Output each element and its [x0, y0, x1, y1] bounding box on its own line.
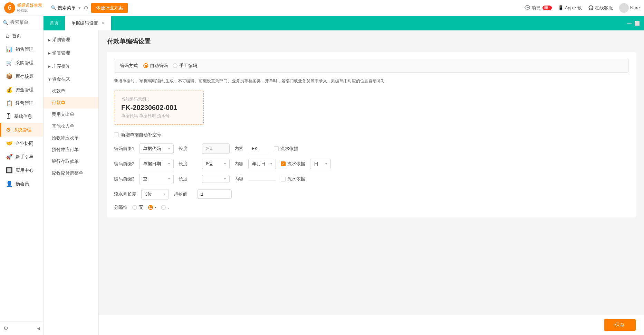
tab-close-icon[interactable]: ✕	[102, 21, 105, 26]
sidebar-item-sales[interactable]: 📊 销售管理	[0, 43, 43, 56]
sub-menu-item-payment[interactable]: 付款单	[44, 97, 98, 109]
field-select-2[interactable]: 单据日期 ▾	[139, 159, 174, 169]
sidebar-item-management[interactable]: 📋 经营管理	[0, 96, 43, 110]
sep-dash-radio-dot	[150, 206, 152, 208]
sub-menu-item-bank[interactable]: 银行存取款单	[44, 156, 98, 167]
collapse-icon[interactable]: ◂	[37, 325, 40, 332]
auto-encode-radio-circle	[143, 63, 148, 68]
example-code: FK-20230602-001	[121, 104, 196, 112]
length-select-3[interactable]: ▾	[202, 175, 230, 183]
field-select-2-value: 单据日期	[143, 161, 161, 167]
waterfall-checkbox-3[interactable]	[281, 177, 286, 182]
topbar-search-area[interactable]: 🔍 搜索菜单	[51, 5, 76, 11]
tab-encoding-label: 单据编码设置	[71, 20, 98, 26]
sidebar-item-system[interactable]: ⚙ 系统管理	[0, 123, 43, 137]
sep-radio-dot[interactable]: .	[161, 205, 169, 210]
sidebar-item-label: 新手引导	[16, 154, 33, 160]
sub-menu-title-capital[interactable]: ▾ 资金往来	[44, 73, 98, 85]
auto-encode-radio[interactable]: 自动编码	[143, 63, 168, 69]
chevron-down-icon: ▾	[224, 177, 226, 181]
chevron-down-icon: ▾	[168, 147, 170, 150]
brand-btn[interactable]: 体验行业方案	[91, 3, 128, 13]
sidebar-item-coop[interactable]: 🤝 企业协同	[0, 137, 43, 150]
sub-menu-item-expense[interactable]: 费用支出单	[44, 109, 98, 120]
gear-icon[interactable]: ⚙	[84, 4, 88, 11]
arrow-right-icon: ▸	[48, 50, 51, 56]
sidebar-item-label: 应用中心	[16, 167, 33, 174]
msg-btn[interactable]: 💬 消息 99+	[525, 5, 552, 11]
sidebar-item-base[interactable]: 🗄 基础信息	[0, 110, 43, 123]
sub-menu-group-label: 采购管理	[52, 37, 70, 43]
content-select-2[interactable]: 年月日 ▾	[248, 159, 276, 169]
online-service-btn[interactable]: 🎧 在线客服	[588, 5, 613, 11]
sub-menu-item-prepay-recv[interactable]: 预收冲应收单	[44, 132, 98, 144]
sep-radio-none[interactable]: 无	[132, 204, 143, 211]
auto-fill-checkbox-row: 新增单据自动补空号	[114, 132, 629, 138]
sidebar-item-home[interactable]: ⌂ 首页	[0, 29, 43, 43]
sub-menu-item-adjust[interactable]: 应收应付调整单	[44, 167, 98, 179]
sub-menu-title-purchase[interactable]: ▸ 采购管理	[44, 34, 98, 46]
search-menu-label: 搜索菜单	[58, 5, 76, 11]
sidebar-item-apps[interactable]: 🔲 应用中心	[0, 164, 43, 177]
waterfall-unit-select-2[interactable]: 日 ▾	[310, 159, 331, 169]
waterfall-label-2: 流水依据	[287, 161, 305, 167]
serial-length-value: 3位	[145, 191, 152, 197]
save-bar: 保存	[99, 315, 644, 335]
arrow-right-icon: ▸	[48, 64, 51, 69]
sidebar-item-inventory[interactable]: 📦 库存核算	[0, 69, 43, 83]
encoding-method-row: 编码方式 自动编码 手工编码	[114, 59, 629, 73]
notice-text: 新增单据时，'单据编码'自动生成，不可编辑。前缀设置为部门、业务员等档案类，开单…	[114, 77, 629, 85]
online-service-label: 在线客服	[595, 5, 613, 11]
sep-dot-radio-circle	[161, 205, 166, 210]
sidebar-item-guide[interactable]: 🚀 新手引导	[0, 150, 43, 164]
sub-menu-title-inventory[interactable]: ▸ 库存核算	[44, 60, 98, 72]
save-button[interactable]: 保存	[604, 319, 636, 331]
tab-bar: 首页 单据编码设置 ✕ — ⬜	[44, 16, 644, 30]
app-download-btn[interactable]: 📱 App下载	[558, 5, 582, 11]
auto-fill-label: 新增单据自动补空号	[121, 132, 161, 138]
sub-menu-item-other-income[interactable]: 其他收入单	[44, 120, 98, 132]
user-area[interactable]: Nare	[619, 3, 640, 13]
sidebar-item-label: 库存核算	[16, 73, 33, 80]
chevron-down-icon: ▾	[168, 177, 170, 181]
tab-maximize-icon[interactable]: ⬜	[634, 21, 640, 26]
sub-menu-title-sales[interactable]: ▸ 销售管理	[44, 47, 98, 59]
encoding-card: 编码方式 自动编码 手工编码	[107, 52, 636, 217]
sub-menu-item-receipt[interactable]: 收款单	[44, 85, 98, 97]
sidebar-item-label: 畅会员	[16, 181, 29, 187]
auto-fill-checkbox[interactable]	[114, 132, 119, 137]
waterfall-checkbox-1[interactable]	[274, 146, 279, 151]
sidebar-item-finance[interactable]: 💰 资金管理	[0, 83, 43, 96]
length-select-2-value: 8位	[206, 161, 213, 167]
sub-menu-item-prepay-pay[interactable]: 预付冲应付单	[44, 144, 98, 156]
sub-menu-group-label: 销售管理	[52, 50, 70, 56]
chevron-down-icon: ▾	[78, 5, 81, 10]
avatar	[619, 3, 629, 13]
sep-radio-dash[interactable]: -	[148, 205, 156, 210]
coop-icon: 🤝	[6, 140, 13, 147]
manual-encode-radio-circle	[173, 63, 177, 68]
start-value-input[interactable]	[197, 189, 232, 199]
tab-encoding[interactable]: 单据编码设置 ✕	[65, 16, 111, 30]
example-box: 当前编码示例： FK-20230602-001 单据代码-单据日期-流水号	[114, 91, 204, 125]
serial-length-select[interactable]: 3位 ▾	[141, 189, 169, 199]
content-label-1: 内容	[234, 146, 243, 152]
sidebar-item-member[interactable]: 👤 畅会员	[0, 177, 43, 190]
tab-minimize-icon[interactable]: —	[627, 21, 632, 26]
sub-menu-group-purchase: ▸ 采购管理	[44, 34, 98, 46]
settings-icon[interactable]: ⚙	[3, 325, 8, 332]
sidebar-item-purchase[interactable]: 🛒 采购管理	[0, 56, 43, 69]
page-content: 付款单编码设置 编码方式 自动编码	[99, 30, 644, 315]
chevron-down-icon: ▾	[270, 162, 272, 166]
sidebar-item-label: 系统管理	[13, 127, 31, 133]
chevron-down-icon: ▾	[163, 192, 165, 196]
tab-home[interactable]: 首页	[44, 16, 65, 30]
length-select-2[interactable]: 8位 ▾	[202, 159, 230, 169]
waterfall-checkbox-2[interactable]: ✓	[281, 161, 286, 166]
sidebar-search[interactable]: 🔍 搜索菜单	[0, 16, 43, 29]
field-select-3[interactable]: 空 ▾	[139, 174, 174, 184]
field-select-1[interactable]: 单据代码 ▾	[139, 143, 174, 154]
sidebar-search-label: 搜索菜单	[10, 19, 28, 26]
waterfall-label-3: 流水依据	[287, 176, 305, 182]
manual-encode-radio[interactable]: 手工编码	[173, 63, 197, 69]
